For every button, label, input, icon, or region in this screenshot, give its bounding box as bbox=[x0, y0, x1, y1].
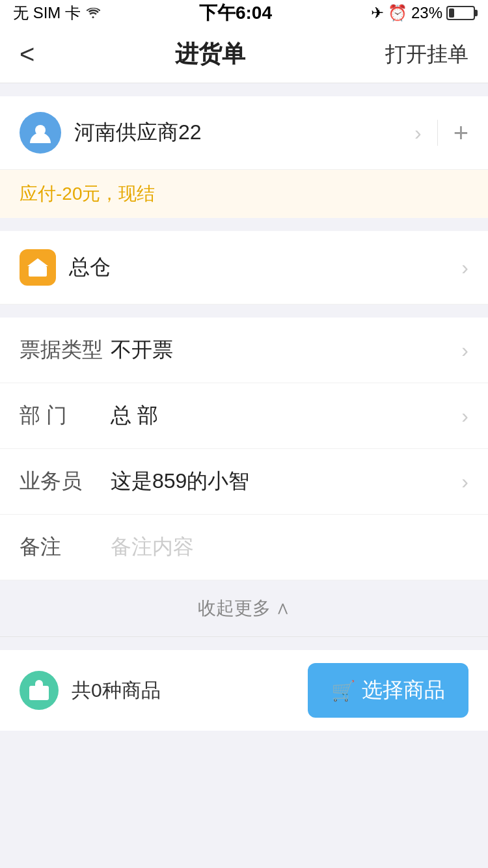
select-product-button[interactable]: 🛒 选择商品 bbox=[308, 663, 468, 718]
invoice-type-row[interactable]: 票据类型 不开票 › bbox=[0, 318, 488, 383]
notice-bar: 应付-20元，现结 bbox=[0, 170, 488, 218]
remark-row[interactable]: 备注 备注内容 bbox=[0, 515, 488, 580]
status-time: 下午6:04 bbox=[199, 1, 272, 25]
svg-marker-2 bbox=[27, 258, 48, 266]
salesperson-row[interactable]: 业务员 这是859的小智 › bbox=[0, 449, 488, 515]
product-count-label: 共0种商品 bbox=[72, 677, 295, 704]
select-product-icon: 🛒 bbox=[331, 679, 355, 702]
page-title: 进货单 bbox=[175, 38, 245, 70]
form-section: 票据类型 不开票 › 部 门 总 部 › 业务员 这是859的小智 › 备注 备… bbox=[0, 318, 488, 580]
status-bar: 无 SIM 卡 下午6:04 ✈ ⏰ 23% bbox=[0, 0, 488, 26]
department-label: 部 门 bbox=[20, 401, 111, 430]
collapse-label: 收起更多 ∧ bbox=[198, 596, 291, 621]
invoice-type-value: 不开票 bbox=[111, 336, 461, 364]
collapse-row[interactable]: 收起更多 ∧ bbox=[0, 580, 488, 637]
supplier-section: 河南供应商22 › + 应付-20元，现结 bbox=[0, 96, 488, 218]
page-background bbox=[0, 731, 488, 861]
warehouse-section: 总仓 › bbox=[0, 231, 488, 305]
supplier-name: 河南供应商22 bbox=[74, 118, 414, 147]
alarm-icon: ⏰ bbox=[388, 4, 407, 22]
department-row[interactable]: 部 门 总 部 › bbox=[0, 383, 488, 449]
status-left: 无 SIM 卡 bbox=[13, 3, 100, 23]
salesperson-label: 业务员 bbox=[20, 467, 111, 496]
wifi-icon bbox=[86, 4, 100, 22]
bottom-bar: 共0种商品 🛒 选择商品 bbox=[0, 650, 488, 731]
department-chevron-icon: › bbox=[461, 404, 468, 428]
section-gap-4 bbox=[0, 637, 488, 650]
supplier-row[interactable]: 河南供应商22 › + bbox=[0, 96, 488, 170]
warehouse-icon bbox=[20, 249, 56, 286]
status-right: ✈ ⏰ 23% bbox=[371, 4, 475, 22]
select-product-label: 选择商品 bbox=[362, 676, 445, 705]
location-icon: ✈ bbox=[371, 4, 384, 22]
supplier-avatar bbox=[20, 112, 61, 154]
notice-text: 应付-20元，现结 bbox=[20, 183, 155, 204]
invoice-type-chevron-icon: › bbox=[461, 338, 468, 362]
section-gap-1 bbox=[0, 83, 488, 96]
battery-percent: 23% bbox=[411, 4, 442, 22]
warehouse-chevron-icon: › bbox=[461, 256, 468, 280]
carrier-label: 无 SIM 卡 bbox=[13, 3, 81, 23]
department-value: 总 部 bbox=[111, 401, 461, 430]
section-gap-2 bbox=[0, 218, 488, 231]
product-icon bbox=[20, 671, 59, 710]
svg-point-5 bbox=[34, 692, 38, 696]
svg-rect-4 bbox=[29, 686, 49, 700]
add-supplier-button[interactable]: + bbox=[454, 118, 468, 148]
warehouse-name: 总仓 bbox=[69, 253, 461, 282]
remark-label: 备注 bbox=[20, 533, 111, 562]
warehouse-row[interactable]: 总仓 › bbox=[0, 231, 488, 305]
divider bbox=[437, 120, 438, 146]
nav-bar: < 进货单 打开挂单 bbox=[0, 26, 488, 83]
salesperson-value: 这是859的小智 bbox=[111, 467, 461, 496]
salesperson-chevron-icon: › bbox=[461, 470, 468, 494]
back-button[interactable]: < bbox=[20, 40, 34, 69]
open-pending-button[interactable]: 打开挂单 bbox=[385, 40, 468, 69]
svg-rect-3 bbox=[35, 269, 40, 277]
invoice-type-label: 票据类型 bbox=[20, 336, 111, 364]
remark-input[interactable]: 备注内容 bbox=[111, 533, 468, 562]
supplier-chevron-icon: › bbox=[414, 121, 422, 145]
section-gap-3 bbox=[0, 305, 488, 318]
battery-icon bbox=[446, 6, 475, 20]
